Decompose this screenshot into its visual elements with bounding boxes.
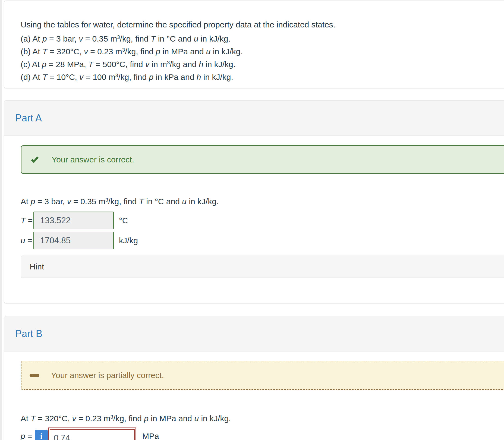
pressure-field-row: p = i MPa xyxy=(4,427,504,440)
problem-item-a: (a) At p = 3 bar, v = 0.35 m3/kg, find T… xyxy=(21,33,243,46)
part-a-question: At p = 3 bar, v = 0.35 m3/kg, find T in … xyxy=(21,196,219,208)
temperature-field-row: T = °C xyxy=(4,212,504,229)
page-edge-strip xyxy=(0,0,2,440)
partially-correct-banner-text: Your answer is partially correct. xyxy=(51,371,164,380)
problem-statement-card: Using the tables for water, determine th… xyxy=(4,1,504,88)
part-b-question: At T = 320°C, v = 0.23 m3/kg, find p in … xyxy=(21,413,231,425)
internal-energy-input[interactable] xyxy=(33,232,114,249)
problem-item-list: (a) At p = 3 bar, v = 0.35 m3/kg, find T… xyxy=(21,33,243,84)
assignment-page: Using the tables for water, determine th… xyxy=(0,0,504,440)
hint-button-label: Hint xyxy=(30,262,44,271)
problem-intro: Using the tables for water, determine th… xyxy=(21,19,335,30)
part-b-card: Part B Your answer is partially correct.… xyxy=(4,316,504,440)
internal-energy-field-row: u = kJ/kg xyxy=(4,232,504,249)
partially-correct-banner: Your answer is partially correct. xyxy=(21,361,504,390)
problem-item-b: (b) At T = 320°C, v = 0.23 m3/kg, find p… xyxy=(21,46,243,58)
part-b-header: Part B xyxy=(4,316,504,351)
info-button[interactable]: i xyxy=(35,430,48,440)
correct-answer-banner: Your answer is correct. xyxy=(21,145,504,174)
problem-item-c: (c) At p = 28 MPa, T = 500°C, find v in … xyxy=(21,58,243,71)
check-icon xyxy=(30,155,40,165)
minus-icon xyxy=(30,374,39,377)
incorrect-input-outline xyxy=(48,428,136,440)
temperature-label: T = xyxy=(21,216,33,225)
pressure-label: p = xyxy=(21,432,32,440)
part-b-title: Part B xyxy=(15,328,42,340)
pressure-input[interactable] xyxy=(50,429,135,440)
pressure-unit: MPa xyxy=(142,432,159,440)
problem-item-d: (d) At T = 10°C, v = 100 m3/kg, find p i… xyxy=(21,71,243,84)
temperature-input[interactable] xyxy=(33,212,114,229)
part-a-header: Part A xyxy=(4,100,504,136)
temperature-unit: °C xyxy=(119,216,128,225)
info-icon: i xyxy=(40,432,42,440)
internal-energy-label: u = xyxy=(21,236,32,245)
hint-button[interactable]: Hint xyxy=(21,256,504,278)
part-a-card: Part A Your answer is correct. At p = 3 … xyxy=(4,100,504,303)
part-a-title: Part A xyxy=(15,112,42,124)
internal-energy-unit: kJ/kg xyxy=(119,236,138,245)
correct-banner-text: Your answer is correct. xyxy=(52,155,134,164)
